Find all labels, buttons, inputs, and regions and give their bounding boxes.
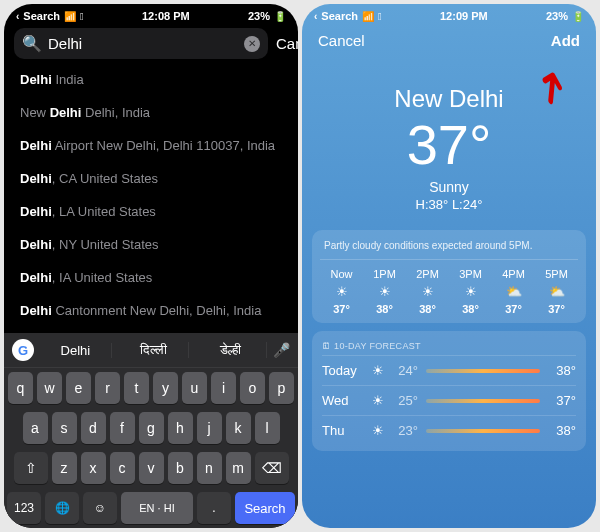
- hour-item: 5PM⛅37°: [535, 268, 578, 315]
- key-v[interactable]: v: [139, 452, 164, 484]
- hourly-panel: Partly cloudy conditions expected around…: [312, 230, 586, 323]
- suggestion-bar: G Delhi दिल्ली डेल्ही 🎤: [4, 333, 298, 368]
- period-key[interactable]: .: [197, 492, 231, 524]
- key-b[interactable]: b: [168, 452, 193, 484]
- wifi-icon: 􀙇: [80, 11, 84, 22]
- key-t[interactable]: t: [124, 372, 149, 404]
- search-result[interactable]: Delhi, CA United States: [20, 162, 282, 195]
- key-g[interactable]: g: [139, 412, 164, 444]
- suggestion[interactable]: Delhi: [40, 343, 112, 358]
- key-x[interactable]: x: [81, 452, 106, 484]
- space-key[interactable]: EN · HI: [121, 492, 193, 524]
- key-q[interactable]: q: [8, 372, 33, 404]
- key-f[interactable]: f: [110, 412, 135, 444]
- signal-icon: 📶: [362, 11, 374, 22]
- battery-icon: 🔋: [274, 11, 286, 22]
- forecast-header: 🗓 10-DAY FORECAST: [322, 337, 576, 355]
- num-key[interactable]: 123: [7, 492, 41, 524]
- search-key[interactable]: Search: [235, 492, 295, 524]
- clear-icon[interactable]: ✕: [244, 36, 260, 52]
- suggestion[interactable]: डेल्ही: [195, 342, 267, 358]
- keyboard: G Delhi दिल्ली डेल्ही 🎤 qwertyuiop asdfg…: [4, 333, 298, 528]
- key-r[interactable]: r: [95, 372, 120, 404]
- key-e[interactable]: e: [66, 372, 91, 404]
- key-s[interactable]: s: [52, 412, 77, 444]
- search-input[interactable]: [48, 35, 238, 52]
- cancel-button[interactable]: Cancel: [318, 32, 365, 49]
- top-actions: Cancel Add: [302, 24, 596, 57]
- globe-key[interactable]: 🌐: [45, 492, 79, 524]
- search-results: Delhi IndiaNew Delhi Delhi, IndiaDelhi A…: [4, 63, 298, 327]
- search-screen: ‹ Search 📶 􀙇 12:08 PM 23% 🔋 🔍 ✕ Cancel D…: [4, 4, 298, 528]
- battery-pct: 23%: [248, 10, 270, 22]
- search-box[interactable]: 🔍 ✕: [14, 28, 268, 59]
- kb-row-3: ⇧ zxcvbnm ⌫: [4, 448, 298, 488]
- kb-row-2: asdfghjkl: [4, 408, 298, 448]
- shift-key[interactable]: ⇧: [14, 452, 48, 484]
- kb-row-1: qwertyuiop: [4, 368, 298, 408]
- hourly-forecast[interactable]: Now☀37°1PM☀38°2PM☀38°3PM☀38°4PM⛅37°5PM⛅3…: [320, 260, 578, 315]
- key-z[interactable]: z: [52, 452, 77, 484]
- key-m[interactable]: m: [226, 452, 251, 484]
- key-p[interactable]: p: [269, 372, 294, 404]
- hour-item: 4PM⛅37°: [492, 268, 535, 315]
- key-i[interactable]: i: [211, 372, 236, 404]
- key-k[interactable]: k: [226, 412, 251, 444]
- clock: 12:09 PM: [440, 10, 488, 22]
- key-n[interactable]: n: [197, 452, 222, 484]
- hour-item: Now☀37°: [320, 268, 363, 315]
- kb-row-4: 123 🌐 ☺ EN · HI . Search: [4, 488, 298, 528]
- mic-icon[interactable]: 🎤: [273, 342, 290, 358]
- status-bar: ‹ Search 📶 􀙇 12:09 PM 23% 🔋: [302, 4, 596, 24]
- key-l[interactable]: l: [255, 412, 280, 444]
- condition: Sunny: [302, 179, 596, 195]
- search-result[interactable]: Delhi, IA United States: [20, 261, 282, 294]
- back-label[interactable]: Search: [23, 10, 60, 22]
- key-c[interactable]: c: [110, 452, 135, 484]
- hour-item: 1PM☀38°: [363, 268, 406, 315]
- search-result[interactable]: Delhi India: [20, 63, 282, 96]
- search-result[interactable]: Delhi, LA United States: [20, 195, 282, 228]
- high-low: H:38° L:24°: [302, 197, 596, 212]
- wifi-icon: 􀙇: [378, 11, 382, 22]
- current-temp: 37°: [302, 117, 596, 173]
- back-label[interactable]: Search: [321, 10, 358, 22]
- hour-item: 2PM☀38°: [406, 268, 449, 315]
- suggestion[interactable]: दिल्ली: [118, 342, 190, 358]
- key-w[interactable]: w: [37, 372, 62, 404]
- key-a[interactable]: a: [23, 412, 48, 444]
- google-icon[interactable]: G: [12, 339, 34, 361]
- chevron-left-icon[interactable]: ‹: [314, 11, 317, 22]
- ten-day-panel: 🗓 10-DAY FORECAST Today☀24°38°Wed☀25°37°…: [312, 331, 586, 451]
- forecast-row: Today☀24°38°: [322, 355, 576, 385]
- hour-item: 3PM☀38°: [449, 268, 492, 315]
- cancel-button[interactable]: Cancel: [276, 35, 298, 52]
- chevron-left-icon[interactable]: ‹: [16, 11, 19, 22]
- search-row: 🔍 ✕ Cancel: [4, 24, 298, 63]
- search-result[interactable]: Delhi, NY United States: [20, 228, 282, 261]
- forecast-list: Today☀24°38°Wed☀25°37°Thu☀23°38°: [322, 355, 576, 445]
- add-button[interactable]: Add: [551, 32, 580, 49]
- search-result[interactable]: Delhi Airport New Delhi, Delhi 110037, I…: [20, 129, 282, 162]
- search-result[interactable]: Delhi Cantonment New Delhi, Delhi, India: [20, 294, 282, 327]
- battery-pct: 23%: [546, 10, 568, 22]
- key-j[interactable]: j: [197, 412, 222, 444]
- search-icon: 🔍: [22, 34, 42, 53]
- backspace-key[interactable]: ⌫: [255, 452, 289, 484]
- hourly-note: Partly cloudy conditions expected around…: [320, 238, 578, 260]
- key-o[interactable]: o: [240, 372, 265, 404]
- battery-icon: 🔋: [572, 11, 584, 22]
- status-bar: ‹ Search 📶 􀙇 12:08 PM 23% 🔋: [4, 4, 298, 24]
- key-d[interactable]: d: [81, 412, 106, 444]
- key-u[interactable]: u: [182, 372, 207, 404]
- forecast-row: Wed☀25°37°: [322, 385, 576, 415]
- signal-icon: 📶: [64, 11, 76, 22]
- weather-add-screen: ‹ Search 📶 􀙇 12:09 PM 23% 🔋 Cancel Add N…: [302, 4, 596, 528]
- key-y[interactable]: y: [153, 372, 178, 404]
- key-h[interactable]: h: [168, 412, 193, 444]
- clock: 12:08 PM: [142, 10, 190, 22]
- search-result[interactable]: New Delhi Delhi, India: [20, 96, 282, 129]
- forecast-row: Thu☀23°38°: [322, 415, 576, 445]
- emoji-key[interactable]: ☺: [83, 492, 117, 524]
